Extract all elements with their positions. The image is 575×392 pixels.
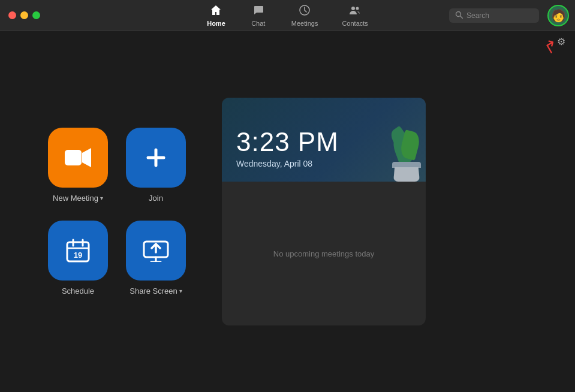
chat-icon [252,4,264,18]
schedule-action[interactable]: 19 Schedule [48,221,108,295]
share-screen-button[interactable] [126,221,186,281]
settings-icon[interactable]: ⚙ [557,36,565,47]
new-meeting-label: New Meeting ▾ [53,194,103,203]
new-meeting-chevron: ▾ [100,195,103,201]
search-bar[interactable] [449,8,539,23]
traffic-lights [0,11,40,19]
svg-line-4 [460,16,463,19]
search-input[interactable] [466,11,533,20]
contacts-icon [349,4,361,18]
share-screen-action[interactable]: Share Screen ▾ [126,221,186,295]
tab-meetings[interactable]: Meetings [279,1,330,31]
svg-point-1 [351,7,355,10]
join-action[interactable]: Join [126,128,186,203]
action-grid: New Meeting ▾ Join [48,128,186,295]
share-screen-label: Share Screen ▾ [130,287,182,295]
right-panel: 3:23 PM Wednesday, April 08 No upcoming … [222,98,426,325]
no-meetings-text: No upcoming meetings today [273,249,374,258]
tab-chat[interactable]: Chat [237,1,279,31]
svg-point-2 [356,7,359,10]
svg-rect-5 [65,150,82,165]
tab-contacts[interactable]: Contacts [330,1,380,31]
svg-text:19: 19 [74,251,82,260]
schedule-button[interactable]: 19 [48,221,108,281]
tab-chat-label: Chat [251,20,265,27]
clock-widget: 3:23 PM Wednesday, April 08 [222,98,426,182]
tab-meetings-label: Meetings [291,20,318,27]
new-meeting-action[interactable]: New Meeting ▾ [48,128,108,203]
home-icon [210,4,222,18]
avatar[interactable]: 🧑 [547,5,569,26]
main-content: New Meeting ▾ Join [0,31,575,392]
plant-pot [393,167,420,182]
close-button[interactable] [8,11,16,19]
join-button[interactable] [126,128,186,188]
svg-marker-6 [82,148,91,167]
plant-decoration [372,116,426,182]
maximize-button[interactable] [32,11,40,19]
plant-soil [392,162,421,168]
tab-home[interactable]: Home [195,1,237,31]
share-screen-chevron: ▾ [179,288,182,294]
search-icon [455,11,463,20]
tab-home-label: Home [207,20,225,27]
schedule-label: Schedule [62,287,94,295]
meetings-icon [299,4,311,18]
titlebar: Home Chat Meetings [0,0,575,31]
avatar-image: 🧑 [551,8,566,23]
svg-point-3 [456,11,461,16]
tab-contacts-label: Contacts [342,20,368,27]
meetings-section: No upcoming meetings today [222,182,426,325]
join-label: Join [149,194,163,203]
new-meeting-button[interactable] [48,128,108,188]
minimize-button[interactable] [20,11,28,19]
